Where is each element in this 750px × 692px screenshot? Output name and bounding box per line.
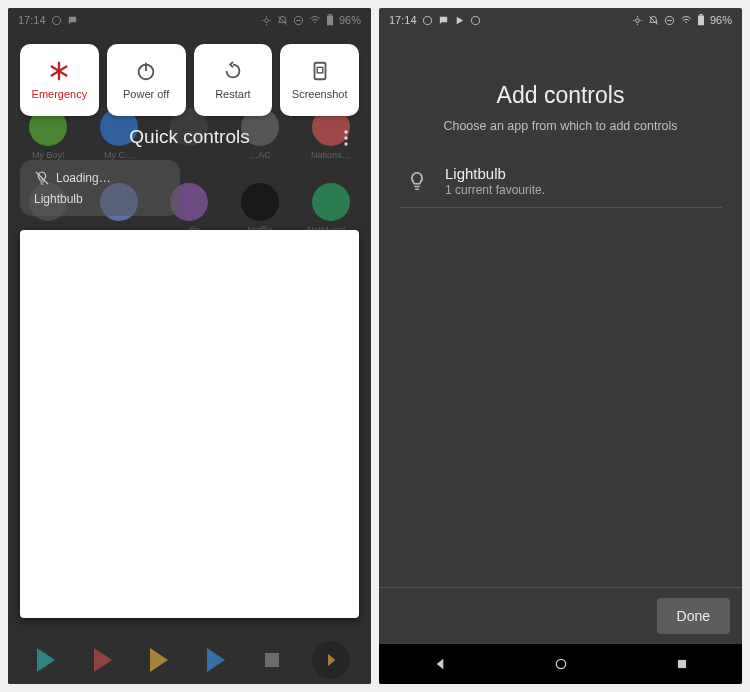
svg-point-11 — [344, 130, 347, 133]
lightbulb-off-icon — [34, 170, 50, 186]
globe-icon — [422, 15, 433, 26]
footer-bar: Done — [379, 587, 742, 644]
page-subtitle: Choose an app from which to add controls — [399, 119, 722, 133]
dock-icon-3 — [142, 643, 176, 677]
status-battery: 96% — [339, 14, 361, 26]
chat-icon — [438, 15, 449, 26]
dock-icon-6 — [312, 641, 350, 679]
location-icon — [261, 15, 272, 26]
nav-recents-button[interactable] — [657, 657, 707, 671]
dock-icon-1 — [29, 643, 63, 677]
svg-point-0 — [52, 16, 60, 24]
location-icon — [632, 15, 643, 26]
status-time: 17:14 — [18, 14, 46, 26]
restart-icon — [222, 60, 244, 82]
screenshot-button[interactable]: Screenshot — [280, 44, 359, 116]
restart-button[interactable]: Restart — [194, 44, 273, 116]
wifi-icon — [680, 14, 692, 26]
dock-icon-5 — [255, 643, 289, 677]
app-row-lightbulb[interactable]: Lightbulb 1 current favourite. — [399, 155, 722, 208]
power-button-row: Emergency Power off Restart Screenshot — [20, 44, 359, 116]
globe-icon — [470, 15, 481, 26]
status-bar-left: 17:14 96% — [8, 8, 371, 32]
loading-device-name: Lightbulb — [34, 192, 166, 206]
app-title: Lightbulb — [445, 165, 545, 183]
svg-rect-22 — [699, 14, 702, 16]
add-controls-screen: Add controls Choose an app from which to… — [379, 32, 742, 587]
status-battery: 96% — [710, 14, 732, 26]
svg-point-17 — [636, 18, 640, 22]
svg-rect-6 — [328, 14, 331, 16]
dock-icon-2 — [86, 643, 120, 677]
power-off-button[interactable]: Power off — [107, 44, 186, 116]
alarm-off-icon — [277, 15, 288, 26]
screenshot-icon — [309, 60, 331, 82]
svg-rect-10 — [317, 67, 323, 73]
nav-back-button[interactable] — [415, 656, 465, 672]
phone-left: My Boy! My C… …AC Nations… …die Netflix … — [8, 8, 371, 684]
circle-icon — [553, 656, 569, 672]
play-icon — [454, 15, 465, 26]
dnd-icon — [293, 15, 304, 26]
svg-point-15 — [423, 16, 431, 24]
navigation-bar — [379, 644, 742, 684]
dnd-icon — [664, 15, 675, 26]
status-bar-right: 17:14 96% — [379, 8, 742, 32]
loading-status: Loading… — [56, 171, 111, 185]
svg-point-12 — [344, 136, 347, 139]
battery-icon — [326, 14, 334, 26]
svg-point-13 — [344, 142, 347, 145]
more-vert-icon — [344, 130, 348, 146]
asterisk-icon — [48, 60, 70, 82]
svg-rect-5 — [327, 16, 333, 26]
page-title: Add controls — [399, 82, 722, 109]
app-subtitle: 1 current favourite. — [445, 183, 545, 197]
svg-rect-21 — [698, 16, 704, 26]
triangle-left-icon — [432, 656, 448, 672]
globe-icon — [51, 15, 62, 26]
status-time: 17:14 — [389, 14, 417, 26]
svg-point-1 — [265, 18, 269, 22]
lightbulb-icon — [403, 167, 431, 195]
square-icon — [675, 657, 689, 671]
dock-icon-4 — [199, 643, 233, 677]
wifi-icon — [309, 14, 321, 26]
dock-row — [8, 636, 371, 684]
chat-icon — [67, 15, 78, 26]
device-loading-card[interactable]: Loading… Lightbulb — [20, 160, 180, 216]
svg-rect-9 — [314, 63, 325, 80]
screenshot-preview-panel — [20, 230, 359, 618]
phone-right: 17:14 96% Add controls Choose an app fro… — [379, 8, 742, 684]
alarm-off-icon — [648, 15, 659, 26]
quick-controls-title: Quick controls — [129, 126, 249, 148]
battery-icon — [697, 14, 705, 26]
svg-point-23 — [556, 659, 565, 668]
svg-rect-24 — [677, 660, 685, 668]
more-options-button[interactable] — [337, 126, 355, 150]
svg-point-16 — [471, 16, 479, 24]
nav-home-button[interactable] — [536, 656, 586, 672]
power-menu-overlay: Emergency Power off Restart Screenshot Q… — [8, 32, 371, 636]
power-icon — [135, 60, 157, 82]
quick-controls-header: Quick controls — [20, 126, 359, 148]
done-button[interactable]: Done — [657, 598, 730, 634]
emergency-button[interactable]: Emergency — [20, 44, 99, 116]
